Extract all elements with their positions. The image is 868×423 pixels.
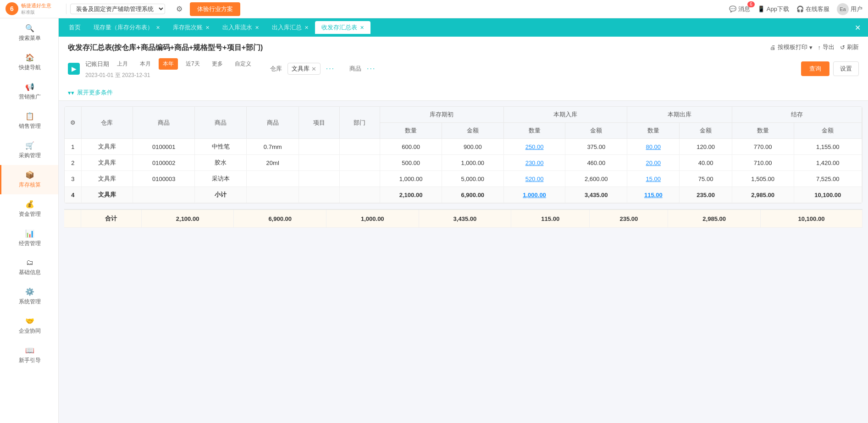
goods-more-button[interactable]: ··· [367, 65, 376, 73]
sidebar-item-collab[interactable]: 🤝 企业协同 [0, 311, 58, 341]
warehouse-tag-close[interactable]: ✕ [311, 66, 316, 72]
table-subheader-close-amt: 金额 [794, 123, 862, 139]
expand-more-button[interactable]: ▾▾ 展开更多条件 [68, 85, 859, 100]
message-badge: 6 [747, 1, 755, 7]
sidebar-item-purchase[interactable]: 🛒 采购管理 [0, 136, 58, 165]
date-btn-more[interactable]: 更多 [208, 58, 227, 70]
query-button[interactable]: 查询 [801, 61, 829, 76]
sidebar-item-marketing[interactable]: 📢 营销推广 [0, 77, 58, 106]
user-button[interactable]: Ea 用户 [837, 3, 862, 15]
tab-home[interactable]: 首页 [62, 21, 87, 34]
footer-table: 合计 2,100.00 6,900.00 1,000.00 3,435.00 1… [64, 210, 862, 228]
row2-dept [339, 155, 380, 171]
search-icon: 🔍 [25, 24, 34, 33]
app-download-button[interactable]: 📱 App下载 [757, 5, 789, 13]
settings-button[interactable]: 设置 [833, 61, 859, 76]
tab-close-inout-summary[interactable]: ✕ [304, 25, 309, 31]
row3-dept [339, 171, 380, 187]
page-title: 收发存汇总表(按仓库+商品编码+商品+规格型号+项目+部门) [68, 43, 263, 53]
row2-name: 胶水 [195, 155, 247, 171]
sidebar-item-inventory[interactable]: 📦 库存核算 [0, 165, 58, 194]
tab-recv-send[interactable]: 收发存汇总表 ✕ [315, 21, 370, 34]
table-header-settings[interactable]: ⚙ [65, 107, 81, 139]
refresh-button[interactable]: ↺ 刷新 [840, 43, 859, 51]
sidebar: 🔍 搜索菜单 🏠 快捷导航 📢 营销推广 📋 销售管理 🛒 采购管理 📦 [0, 18, 59, 423]
sidebar-item-search[interactable]: 🔍 搜索菜单 [0, 18, 58, 48]
top-bar: 6 畅捷通好生意 标准版 装备及固定资产辅助管理系统 ⚙ 体验行业方案 💬 消息… [0, 0, 868, 18]
footer-open-qty: 2,100.00 [141, 210, 234, 228]
row1-name: 中性笔 [195, 139, 247, 155]
table-header-out-group: 本期出库 [627, 107, 732, 123]
warehouse-more-button[interactable]: ··· [326, 65, 335, 73]
row1-warehouse: 文具库 [81, 139, 133, 155]
expand-icon: ▾▾ [68, 89, 74, 96]
header-actions: 🖨 按模板打印 ▾ ↑ 导出 ↺ 刷新 [770, 43, 859, 51]
tab-inout-flow[interactable]: 出入库流水 ✕ [216, 21, 265, 34]
tab-stock-dist[interactable]: 现存量（库存分布表） ✕ [87, 21, 166, 34]
row3-out-qty[interactable]: 15.00 [627, 171, 680, 187]
top-right-area: 💬 消息 6 📱 App下载 🎧 在线客服 Ea 用户 [729, 3, 862, 15]
sidebar-item-sales[interactable]: 📋 销售管理 [0, 106, 58, 136]
print-icon: 🖨 [770, 44, 776, 51]
row4-close-amt: 10,100.00 [794, 187, 862, 203]
footer-open-amt: 6,900.00 [234, 210, 326, 228]
tab-close-batch[interactable]: ✕ [205, 25, 210, 31]
headset-icon: 🎧 [796, 5, 804, 12]
row4-name: 小计 [195, 187, 247, 203]
date-btn-this-year[interactable]: 本年 [159, 58, 178, 70]
tab-inout-summary[interactable]: 出入库汇总 ✕ [265, 21, 315, 34]
row3-name: 采访本 [195, 171, 247, 187]
sidebar-item-basic[interactable]: 🗂 基础信息 [0, 253, 58, 282]
footer-in-amt: 3,435.00 [419, 210, 511, 228]
tab-close-recv-send[interactable]: ✕ [360, 25, 364, 31]
export-button[interactable]: ↑ 导出 [818, 43, 835, 51]
tab-bar-close-button[interactable]: ✕ [851, 23, 864, 32]
sidebar-item-quicknav[interactable]: 🏠 快捷导航 [0, 48, 58, 77]
tab-close-stock-dist[interactable]: ✕ [156, 25, 160, 31]
row2-out-qty[interactable]: 20.00 [627, 155, 680, 171]
sidebar-item-finance[interactable]: 💰 资金管理 [0, 194, 58, 224]
row4-close-qty: 2,985.00 [732, 187, 794, 203]
date-btn-custom[interactable]: 自定义 [231, 58, 255, 70]
row1-spec: 0.7mm [247, 139, 299, 155]
purchase-icon: 🛒 [25, 141, 34, 150]
sidebar-item-system[interactable]: ⚙️ 系统管理 [0, 282, 58, 311]
filter-expand-button[interactable]: ▶ [68, 63, 80, 75]
row3-out-amt: 75.00 [680, 171, 732, 187]
row4-out-qty[interactable]: 115.00 [627, 187, 680, 203]
online-service-button[interactable]: 🎧 在线客服 [796, 5, 829, 13]
collab-icon: 🤝 [25, 317, 34, 325]
date-btn-this-month[interactable]: 本月 [136, 58, 155, 70]
message-button[interactable]: 💬 消息 6 [729, 5, 750, 13]
row3-project [299, 171, 339, 187]
row4-dept [339, 187, 380, 203]
system-name: 装备及固定资产辅助管理系统 [66, 4, 169, 14]
gear-icon[interactable]: ⚙ [174, 3, 184, 15]
row4-in-qty[interactable]: 1,000.00 [503, 187, 565, 203]
logo-area: 6 畅捷通好生意 标准版 [6, 2, 61, 15]
table-row: 1 文具库 0100001 中性笔 0.7mm 600.00 900.00 25… [65, 139, 862, 155]
row4-open-qty: 2,100.00 [380, 187, 442, 203]
goods-filter-label: 商品 [349, 65, 361, 73]
row1-in-qty[interactable]: 250.00 [503, 139, 565, 155]
date-btn-7days[interactable]: 近7天 [182, 58, 204, 70]
print-button[interactable]: 🖨 按模板打印 ▾ [770, 43, 813, 51]
row1-out-amt: 120.00 [680, 139, 732, 155]
tab-batch[interactable]: 库存批次账 ✕ [166, 21, 216, 34]
row2-in-qty[interactable]: 230.00 [503, 155, 565, 171]
sidebar-item-guide[interactable]: 📖 新手引导 [0, 341, 58, 370]
row4-code [133, 187, 195, 203]
row4-open-amt: 6,900.00 [442, 187, 503, 203]
tab-close-inout-flow[interactable]: ✕ [255, 25, 259, 31]
try-industry-button[interactable]: 体验行业方案 [190, 2, 240, 16]
footer-empty1 [64, 210, 81, 228]
row1-out-qty[interactable]: 80.00 [627, 139, 680, 155]
refresh-icon: ↺ [840, 44, 845, 51]
row3-in-qty[interactable]: 520.00 [503, 171, 565, 187]
system-selector[interactable]: 装备及固定资产辅助管理系统 [70, 4, 165, 14]
row4-warehouse: 文具库 [81, 187, 133, 203]
row3-open-amt: 5,000.00 [442, 171, 503, 187]
page-header: 收发存汇总表(按仓库+商品编码+商品+规格型号+项目+部门) 🖨 按模板打印 ▾… [59, 37, 868, 101]
sidebar-item-operations[interactable]: 📊 经营管理 [0, 224, 58, 253]
date-btn-last-month[interactable]: 上月 [113, 58, 132, 70]
